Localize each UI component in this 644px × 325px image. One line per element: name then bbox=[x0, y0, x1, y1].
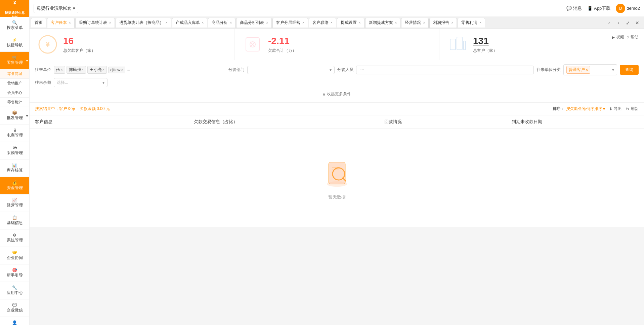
filter-tags-more[interactable]: ··· bbox=[127, 68, 130, 72]
help-icon: ? bbox=[627, 35, 629, 40]
sidebar-item-wholesale[interactable]: 📦 批发管理 bbox=[0, 107, 29, 124]
tab-profit-close[interactable]: × bbox=[451, 21, 453, 25]
tab-inbound-close[interactable]: × bbox=[166, 21, 168, 25]
stat-total-customers: 131 总客户（家） bbox=[439, 29, 644, 60]
remove-tag-cjttcw[interactable]: × bbox=[121, 68, 123, 72]
sidebar-item-retail[interactable]: 🛒 零售管理 bbox=[0, 52, 29, 69]
tab-home[interactable]: 首页 bbox=[31, 18, 46, 28]
sidebar-item-purchase[interactable]: 🛍 采购管理 bbox=[0, 142, 29, 159]
tab-scroll-right[interactable]: › bbox=[614, 19, 622, 27]
tab-goods-list-close[interactable]: × bbox=[266, 21, 268, 25]
tab-customer-contact[interactable]: 客户联络 × bbox=[309, 18, 336, 28]
sidebar-item-ecommerce[interactable]: 🖥 电商管理 bbox=[0, 124, 29, 142]
tab-customers-close[interactable]: × bbox=[69, 21, 71, 25]
col-customer-header: 客户信息 bbox=[35, 119, 194, 125]
col-debt-header: 欠款交易信息（占比） bbox=[194, 119, 384, 125]
query-button[interactable]: 查询 bbox=[620, 65, 639, 75]
stat3-value: 131 bbox=[473, 36, 497, 46]
unit-type-select[interactable]: 普通客户 × ▾ bbox=[563, 64, 617, 75]
sidebar-item-wechat[interactable]: 💬 企业微信 bbox=[0, 299, 29, 317]
collapse-filters-btn[interactable]: ∧ 收起更多条件 bbox=[320, 90, 354, 98]
stat1-info: 16 总欠款客户（家） bbox=[63, 36, 95, 53]
video-icon: ▶ bbox=[612, 35, 615, 40]
tab-customer-ops-close[interactable]: × bbox=[302, 21, 304, 25]
tab-goods-analysis[interactable]: 商品分析 × bbox=[208, 18, 235, 28]
tab-customer-ops[interactable]: 客户分层经营 × bbox=[272, 18, 308, 28]
tab-customers-label: 客户账本 bbox=[51, 20, 67, 26]
tab-ops-status[interactable]: 经营情况 × bbox=[401, 18, 429, 28]
tab-goods-list-label: 商品分析列表 bbox=[240, 20, 264, 26]
help-btn[interactable]: ? 帮助 bbox=[627, 34, 639, 40]
tab-close-all[interactable]: ✕ bbox=[633, 19, 641, 27]
message-btn[interactable]: 💬 消息 bbox=[566, 5, 582, 11]
download-icon: 📱 bbox=[587, 6, 593, 11]
export-btn[interactable]: ⬇ 导出 bbox=[609, 106, 622, 112]
sidebar-item-marketing[interactable]: 营销推广 bbox=[0, 79, 29, 88]
filter-tag-chen: 陈民强 × bbox=[67, 66, 86, 74]
dept-select[interactable]: ▾ bbox=[247, 66, 335, 74]
tab-raise-close[interactable]: × bbox=[359, 21, 361, 25]
unit-filter-label: 往来单位 bbox=[35, 67, 51, 73]
sidebar-item-changhui[interactable]: 👤 畅会员 bbox=[0, 317, 29, 325]
inventory-icon: 📊 bbox=[1, 163, 28, 168]
collapse-icon: ∧ bbox=[323, 92, 326, 97]
tab-product-close[interactable]: × bbox=[202, 21, 204, 25]
dept-filter-label: 分管部门 bbox=[228, 67, 245, 73]
sidebar-item-retail-mall[interactable]: 零售商城 bbox=[0, 69, 29, 79]
sidebar-item-apps[interactable]: 🔧 应用中心 bbox=[0, 282, 29, 299]
sidebar-item-newbie[interactable]: 🎯 新手引导 bbox=[0, 264, 29, 282]
tab-new-raise-close[interactable]: × bbox=[395, 21, 397, 25]
tab-profit-report[interactable]: 利润报告 × bbox=[429, 18, 457, 28]
stat2-info: -2.11 欠款合计（万） bbox=[268, 36, 296, 53]
remove-unit-type[interactable]: × bbox=[586, 68, 588, 72]
sidebar-item-finance[interactable]: 💰 资金管理 bbox=[0, 177, 29, 194]
tab-customer-contact-close[interactable]: × bbox=[331, 21, 333, 25]
tab-ops-close[interactable]: × bbox=[423, 21, 425, 25]
person-dots[interactable]: ··· bbox=[360, 67, 364, 73]
sidebar-item-enterprise[interactable]: 🤝 企业协同 bbox=[0, 247, 29, 264]
tab-retail-profit-close[interactable]: × bbox=[479, 21, 481, 25]
remove-tag-chen[interactable]: × bbox=[82, 68, 84, 72]
sidebar-item-retail-stat[interactable]: 零售统计 bbox=[0, 98, 29, 107]
finance-icon: 💰 bbox=[1, 180, 28, 185]
remove-tag-wu[interactable]: × bbox=[61, 68, 63, 72]
sidebar-item-search[interactable]: 🔍 搜索菜单 bbox=[0, 17, 29, 34]
tab-goods-analysis-list[interactable]: 商品分析列表 × bbox=[236, 18, 272, 28]
balance-select[interactable]: 选择... ▾ bbox=[54, 78, 108, 87]
selector-arrow-icon: ▾ bbox=[73, 6, 75, 11]
tab-customers[interactable]: 客户账本 × bbox=[47, 18, 75, 28]
sidebar-item-quick[interactable]: ⚡ 快捷导航 bbox=[0, 34, 29, 52]
tab-maximize[interactable]: ⤢ bbox=[624, 19, 632, 27]
person-input[interactable]: ··· bbox=[356, 66, 534, 74]
tab-purchase-close[interactable]: × bbox=[109, 21, 111, 25]
account-selector[interactable]: 母婴行业演示帐套 ▾ bbox=[34, 4, 78, 13]
tab-scroll-left[interactable]: ‹ bbox=[605, 19, 613, 27]
tab-raise-settings[interactable]: 提成设置 × bbox=[337, 18, 364, 28]
tab-new-raise[interactable]: 新增提成方案 × bbox=[365, 18, 401, 28]
sidebar-item-inventory[interactable]: 📊 库存核算 bbox=[0, 159, 29, 177]
sidebar-item-member[interactable]: 会员中心 bbox=[0, 88, 29, 98]
tab-purchase-orders-label: 采购订单统计表 bbox=[79, 20, 107, 26]
sort-select[interactable]: 按欠款金额倒序排序 ▾ bbox=[566, 106, 605, 112]
filter-row-2: 往来余额 选择... ▾ bbox=[35, 78, 639, 87]
tab-goods-close[interactable]: × bbox=[230, 21, 232, 25]
tab-retail-profit[interactable]: 零售利润 × bbox=[458, 18, 485, 28]
tab-retail-profit-label: 零售利润 bbox=[461, 20, 477, 26]
video-btn[interactable]: ▶ 视频 bbox=[612, 34, 624, 40]
sidebar-item-basic[interactable]: 📋 基础信息 bbox=[0, 212, 29, 229]
tab-product-inbound[interactable]: 产成品入库单 × bbox=[172, 18, 208, 28]
col-payment-header: 回款情况 bbox=[384, 119, 511, 125]
apps-icon: 🔧 bbox=[1, 285, 28, 290]
person-filter-label: 分管人员 bbox=[337, 67, 353, 73]
sidebar-item-system[interactable]: ⚙ 系统管理 bbox=[0, 229, 29, 247]
refresh-btn[interactable]: ↻ 刷新 bbox=[626, 106, 639, 112]
stat3-label: 总客户（家） bbox=[473, 48, 497, 53]
remove-tag-wang[interactable]: × bbox=[102, 68, 104, 72]
tab-inbound-stats[interactable]: 进货单统计表（按商品） × bbox=[116, 18, 171, 28]
user-menu[interactable]: D demo2 bbox=[616, 4, 640, 13]
sidebar-item-operations[interactable]: 📈 经营管理 bbox=[0, 194, 29, 212]
filter-tag-cjttcw: cjttcw × bbox=[108, 67, 126, 73]
balance-filter-label: 往来余额 bbox=[35, 80, 51, 85]
tab-purchase-orders[interactable]: 采购订单统计表 × bbox=[75, 18, 115, 28]
app-download-btn[interactable]: 📱 App下载 bbox=[587, 5, 610, 11]
